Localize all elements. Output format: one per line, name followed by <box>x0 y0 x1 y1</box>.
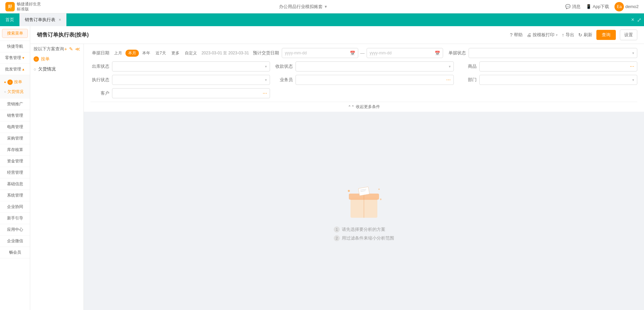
tab-home[interactable]: 首页 <box>0 13 19 26</box>
help-button[interactable]: ? 帮助 <box>510 32 523 38</box>
filter-salesperson-field: 业务员 ··· <box>274 75 453 85</box>
svg-point-6 <box>380 198 382 200</box>
export-button[interactable]: ↑ 导出 <box>562 32 574 38</box>
window-maximize-button[interactable]: ⤢ <box>637 17 641 23</box>
date-custom[interactable]: 自定义 <box>183 50 199 57</box>
user-menu[interactable]: Ea demo2 <box>614 2 639 11</box>
filter-row-2: 出库状态 ▾ 收款状态 ▾ <box>91 61 637 71</box>
search-menu-button[interactable]: 搜索菜单 <box>2 29 28 38</box>
collapse-up-icon: ⌃⌃ <box>348 105 355 109</box>
empty-svg <box>340 181 387 221</box>
sidebar-item-operations[interactable]: 经营管理 <box>0 167 30 178</box>
sidebar-item-wechat[interactable]: 企业微信 <box>0 236 30 247</box>
collapse-filter-button[interactable]: ⌃⌃ 收起更多条件 <box>91 102 637 112</box>
sidebar-item-wholesale[interactable]: 批发管理 ▲ <box>0 64 30 75</box>
print-chevron-icon: ▾ <box>556 33 558 37</box>
logo-text: 畅捷通好生意 标准版 <box>17 2 41 11</box>
filter-with-panel: 按以下方案查询 + ✎ ≪ ○ 按单 ○ 欠货情况 <box>30 44 644 310</box>
print-button[interactable]: 🖨 按模板打印 ▾ <box>527 32 558 38</box>
tip-number-2: 2 <box>334 235 340 241</box>
sidebar-item-ecommerce[interactable]: 电商管理 <box>0 121 30 133</box>
message-button[interactable]: 💬 消息 <box>565 4 581 10</box>
add-scheme-button[interactable]: + <box>64 46 67 52</box>
sidebar: 搜索菜单 快捷导航 零售管理 ▼ 批发管理 ▲ ● ○ 按单 ○ 欠货情况 营销… <box>0 26 30 310</box>
date-last-month[interactable]: 上月 <box>112 50 124 57</box>
logo-area: 好 畅捷通好生意 标准版 <box>5 2 41 11</box>
left-panel-item-by-order[interactable]: ○ 按单 <box>30 54 84 64</box>
empty-tips: 1 请先选择要分析的方案 2 用过滤条件来缩小分析范围 <box>334 226 394 241</box>
date-this-month[interactable]: 本月 <box>125 50 139 57</box>
sidebar-sub-by-order[interactable]: ● ○ 按单 <box>1 77 29 87</box>
sidebar-item-finance[interactable]: 资金管理 <box>0 156 30 167</box>
query-button[interactable]: 查询 <box>596 30 616 40</box>
dept-select[interactable]: ▾ <box>479 75 637 85</box>
goods-more-icon[interactable]: ··· <box>630 63 634 69</box>
sidebar-item-system[interactable]: 系统管理 <box>0 190 30 201</box>
date-this-year[interactable]: 本年 <box>140 50 152 57</box>
filter-row-4: 客户 ··· <box>91 88 637 98</box>
out-status-select[interactable]: ▾ <box>112 61 270 71</box>
sidebar-item-collab[interactable]: 企业协同 <box>0 201 30 213</box>
expected-date-end[interactable]: yyyy-mm-dd 📅 <box>367 48 443 58</box>
filter-date-field: 单据日期 上月 本月 本年 近7天 更多 自定义 2023-03-01 至 20… <box>91 50 249 57</box>
expected-date-start[interactable]: yyyy-mm-dd 📅 <box>282 48 358 58</box>
tab-window-actions: × ⤢ <box>631 17 644 23</box>
chevron-up-icon: ▲ <box>22 67 25 71</box>
tab-close-button[interactable]: × <box>59 17 61 22</box>
print-icon: 🖨 <box>527 32 531 38</box>
calendar-start-icon[interactable]: 📅 <box>350 51 355 56</box>
exec-status-select[interactable]: ▾ <box>112 75 270 85</box>
sidebar-item-newbie[interactable]: 新手引导 <box>0 213 30 224</box>
sub-icon-active: ○ <box>7 80 13 85</box>
customer-input[interactable]: ··· <box>112 88 270 98</box>
logo-icon: 好 <box>5 2 15 11</box>
filter-out-status-field: 出库状态 ▾ <box>91 61 270 71</box>
content: 销售订单执行表(按单) ? 帮助 🖨 按模板打印 ▾ ↑ 导出 ↻ 刷新 <box>30 26 644 310</box>
sidebar-item-marketing[interactable]: 营销推广 <box>0 99 30 110</box>
nav-tabs: 首页 销售订单执行表 × × ⤢ <box>0 13 644 26</box>
chevron-down-icon[interactable]: ▾ <box>325 4 327 9</box>
message-icon: 💬 <box>565 4 571 9</box>
refresh-button[interactable]: ↻ 刷新 <box>578 32 592 38</box>
page-header: 销售订单执行表(按单) ? 帮助 🖨 按模板打印 ▾ ↑ 导出 ↻ 刷新 <box>30 26 644 44</box>
sidebar-sub-shortage[interactable]: ○ 欠货情况 <box>1 87 29 97</box>
dept-arrow-icon: ▾ <box>632 78 634 82</box>
window-close-button[interactable]: × <box>631 17 634 23</box>
receipt-status-arrow-icon: ▾ <box>449 64 451 69</box>
export-icon: ↑ <box>562 32 564 38</box>
edit-scheme-button[interactable]: ✎ <box>69 46 73 52</box>
date-7days[interactable]: 近7天 <box>154 50 168 57</box>
svg-point-5 <box>378 189 380 190</box>
calendar-end-icon[interactable]: 📅 <box>435 51 440 56</box>
sidebar-item-quick-nav[interactable]: 快捷导航 <box>0 41 30 52</box>
left-panel-item-shortage[interactable]: ○ 欠货情况 <box>30 64 84 74</box>
sidebar-item-sales[interactable]: 销售管理 <box>0 110 30 121</box>
top-bar: 好 畅捷通好生意 标准版 办公用品行业模拟账套 ▾ 💬 消息 📱 App下载 E… <box>0 0 644 13</box>
receipt-status-select[interactable]: ▾ <box>296 61 453 71</box>
salesperson-input[interactable]: ··· <box>296 75 453 85</box>
sidebar-item-retail[interactable]: 零售管理 ▼ <box>0 52 30 64</box>
doc-status-select[interactable]: ▾ <box>469 48 637 58</box>
sidebar-item-inventory[interactable]: 库存核算 <box>0 144 30 156</box>
customer-more-icon[interactable]: ··· <box>263 90 267 96</box>
sidebar-item-basic-info[interactable]: 基础信息 <box>0 178 30 190</box>
date-more[interactable]: 更多 <box>169 50 181 57</box>
left-panel-icons: + ✎ ≪ <box>64 46 80 52</box>
app-download-button[interactable]: 📱 App下载 <box>586 4 609 10</box>
sidebar-item-member[interactable]: 畅会员 <box>0 247 30 258</box>
sidebar-item-app-center[interactable]: 应用中心 <box>0 224 30 236</box>
svg-rect-7 <box>358 187 369 196</box>
left-panel-header: 按以下方案查询 + ✎ ≪ <box>30 44 84 54</box>
download-icon: 📱 <box>586 4 591 9</box>
sidebar-search[interactable]: 搜索菜单 <box>0 26 30 41</box>
salesperson-more-icon[interactable]: ··· <box>446 77 450 83</box>
goods-input[interactable]: ··· <box>479 61 637 71</box>
sidebar-item-purchase[interactable]: 采购管理 <box>0 133 30 144</box>
empty-state-area: 1 请先选择要分析的方案 2 用过滤条件来缩小分析范围 <box>84 112 644 310</box>
settings-button[interactable]: 设置 <box>620 30 637 40</box>
top-bar-center: 办公用品行业模拟账套 ▾ <box>279 4 327 10</box>
collapse-panel-button[interactable]: ≪ <box>75 46 80 52</box>
top-bar-right: 💬 消息 📱 App下载 Ea demo2 <box>565 2 639 11</box>
tab-sales-order-execution[interactable]: 销售订单执行表 × <box>19 13 66 26</box>
doc-status-arrow-icon: ▾ <box>632 51 634 55</box>
